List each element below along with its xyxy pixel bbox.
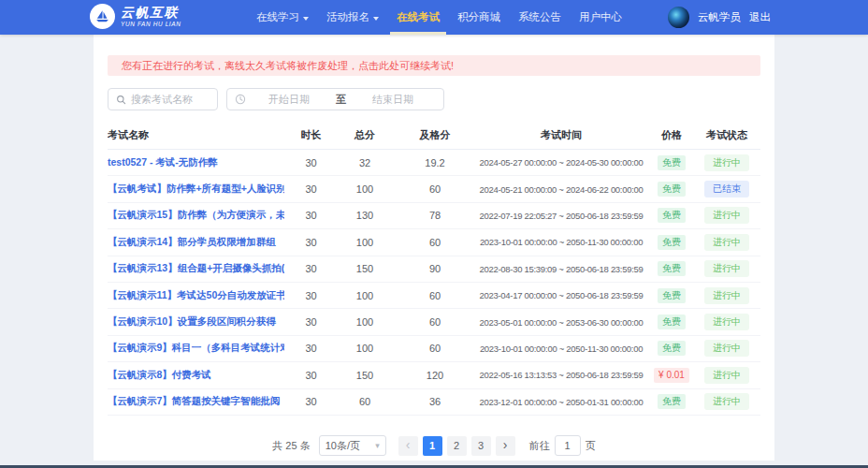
status-badge: 进行中 bbox=[704, 260, 749, 277]
brand-logo[interactable]: 云帆互联 YUN FAN HU LIAN bbox=[90, 4, 181, 29]
exam-total-score: 100 bbox=[332, 290, 398, 301]
nav-item-online-exam[interactable]: 在线考试 bbox=[397, 0, 440, 35]
exam-pass-score: 60 bbox=[398, 183, 472, 195]
user-name[interactable]: 云帆学员 bbox=[698, 10, 741, 24]
chevron-down-icon bbox=[303, 17, 309, 21]
goto-page-input[interactable] bbox=[555, 435, 581, 456]
exam-total-score: 100 bbox=[332, 183, 398, 195]
top-navbar: 云帆互联 YUN FAN HU LIAN 在线学习 活动报名 在线考试 积分商城… bbox=[0, 0, 868, 35]
status-badge: 进行中 bbox=[704, 314, 749, 330]
exam-total-score: 60 bbox=[332, 396, 398, 407]
exam-name-link[interactable]: 【云帆演示13】组合题+开启摄像头抓拍(请... bbox=[108, 262, 284, 275]
status-badge: 进行中 bbox=[704, 234, 749, 251]
exam-table-row: 【云帆演示9】科目一（多科目考试统计对... 30 100 60 2023-10… bbox=[108, 336, 760, 362]
exam-name-link[interactable]: test0527 - 考试-无防作弊 bbox=[108, 156, 284, 169]
goto-label: 前往 bbox=[529, 439, 550, 453]
exam-total-score: 150 bbox=[332, 370, 398, 381]
exam-time-range: 2023-05-01 00:00:00 ~ 2053-06-30 00:00:0… bbox=[472, 317, 650, 328]
exam-name-link[interactable]: 【云帆演示15】防作弊（为方便演示，未开... bbox=[108, 209, 284, 222]
exam-name-link[interactable]: 【云帆演示9】科目一（多科目考试统计对... bbox=[108, 342, 284, 355]
nav-item-points-mall[interactable]: 积分商城 bbox=[457, 0, 500, 35]
price-badge: 免费 bbox=[658, 182, 686, 197]
exam-duration: 30 bbox=[290, 237, 332, 248]
status-badge: 已结束 bbox=[704, 181, 749, 197]
search-input[interactable]: 搜索考试名称 bbox=[108, 88, 218, 110]
prev-page-button[interactable]: ‹ bbox=[398, 436, 418, 456]
exam-table-row: 【云帆演示11】考试达50分自动发放证书+... 30 100 60 2023-… bbox=[108, 283, 760, 309]
exam-name-link[interactable]: 【云帆演示11】考试达50分自动发放证书+... bbox=[108, 289, 284, 302]
nav-item-activity-signup[interactable]: 活动报名 bbox=[326, 0, 379, 35]
nav-item-label: 积分商城 bbox=[457, 10, 500, 24]
exam-duration: 30 bbox=[290, 263, 332, 274]
nav-item-label: 在线考试 bbox=[397, 10, 440, 24]
exam-duration: 30 bbox=[290, 396, 332, 407]
exam-total-score: 100 bbox=[332, 316, 398, 328]
exam-table-row: 【云帆演示14】部分学员权限增加群组 30 100 60 2023-10-01 … bbox=[108, 229, 760, 256]
nav-item-user-center[interactable]: 用户中心 bbox=[579, 0, 622, 35]
price-badge: 免费 bbox=[658, 288, 686, 303]
exam-name-link[interactable]: 【云帆演示7】简答题按关键字智能批阅 bbox=[108, 395, 284, 408]
user-avatar[interactable] bbox=[668, 7, 689, 28]
exam-table: 考试名称 时长 总分 及格分 考试时间 价格 考试状态 test0527 - 考… bbox=[108, 122, 760, 416]
exam-name-link[interactable]: 【云帆演示10】设置多段区间积分获得 bbox=[108, 315, 284, 329]
main-card: 您有正在进行的考试，离线太久考试将被作废处理，点击此处可继续考试! 搜索考试名称… bbox=[94, 35, 774, 461]
exam-pass-score: 90 bbox=[398, 263, 472, 274]
exam-duration: 30 bbox=[290, 343, 332, 354]
exam-time-range: 2024-05-21 00:00:00 ~ 2024-06-22 00:00:0… bbox=[472, 184, 650, 195]
nav-item-system-notice[interactable]: 系统公告 bbox=[518, 0, 561, 35]
col-exam-status: 考试状态 bbox=[693, 128, 760, 142]
exam-time-range: 2023-12-01 00:00:00 ~ 2050-01-31 00:00:0… bbox=[472, 397, 650, 407]
date-range-separator: 至 bbox=[332, 93, 350, 107]
page-button-3[interactable]: 3 bbox=[471, 436, 491, 456]
exam-time-range: 2024-05-27 00:00:00 ~ 2024-05-30 00:00:0… bbox=[472, 157, 650, 168]
end-date-placeholder[interactable]: 结束日期 bbox=[350, 93, 436, 107]
col-price: 价格 bbox=[650, 128, 693, 142]
exam-pass-score: 120 bbox=[398, 370, 472, 381]
exam-table-row: 【云帆考试】防作弊+所有题型+人脸识别进... 30 100 60 2024-0… bbox=[108, 176, 760, 202]
exam-pass-score: 60 bbox=[398, 343, 472, 354]
exam-duration: 30 bbox=[290, 157, 332, 168]
nav-item-label: 在线学习 bbox=[256, 10, 299, 24]
exam-name-link[interactable]: 【云帆演示14】部分学员权限增加群组 bbox=[108, 236, 284, 249]
status-badge: 进行中 bbox=[704, 393, 749, 410]
exam-pass-score: 19.2 bbox=[398, 157, 472, 168]
search-placeholder: 搜索考试名称 bbox=[131, 93, 193, 107]
exam-name-link[interactable]: 【云帆演示8】付费考试 bbox=[108, 369, 284, 382]
nav-menu: 在线学习 活动报名 在线考试 积分商城 系统公告 用户中心 bbox=[256, 0, 622, 35]
nav-user-area: 云帆学员 退出 bbox=[668, 0, 771, 35]
status-badge: 进行中 bbox=[704, 154, 749, 171]
exam-pass-score: 36 bbox=[398, 396, 472, 407]
exam-table-row: 【云帆演示8】付费考试 30 150 120 2022-05-16 13:13:… bbox=[108, 362, 760, 388]
brand-subtitle: YUN FAN HU LIAN bbox=[121, 22, 181, 28]
price-badge: 免费 bbox=[658, 314, 686, 329]
alert-text: 您有正在进行的考试，离线太久考试将被作废处理，点击此处可继续考试! bbox=[122, 59, 454, 73]
logout-link[interactable]: 退出 bbox=[749, 10, 771, 24]
ongoing-exam-alert[interactable]: 您有正在进行的考试，离线太久考试将被作废处理，点击此处可继续考试! bbox=[108, 55, 760, 76]
price-badge: 免费 bbox=[658, 394, 686, 409]
exam-table-header: 考试名称 时长 总分 及格分 考试时间 价格 考试状态 bbox=[108, 122, 760, 150]
exam-table-row: test0527 - 考试-无防作弊 30 32 19.2 2024-05-27… bbox=[108, 150, 760, 176]
page-button-1[interactable]: 1 bbox=[423, 436, 442, 456]
exam-name-link[interactable]: 【云帆考试】防作弊+所有题型+人脸识别进... bbox=[108, 183, 284, 196]
brand-title: 云帆互联 bbox=[121, 6, 181, 19]
next-page-button[interactable]: › bbox=[496, 436, 515, 456]
start-date-placeholder[interactable]: 开始日期 bbox=[246, 93, 332, 107]
exam-duration: 30 bbox=[290, 290, 332, 301]
exam-time-range: 2022-05-16 13:13:53 ~ 2050-06-18 23:59:5… bbox=[472, 370, 650, 380]
page-button-2[interactable]: 2 bbox=[447, 436, 467, 456]
search-icon bbox=[116, 95, 126, 105]
sailboat-logo-icon bbox=[90, 4, 115, 29]
nav-item-online-study[interactable]: 在线学习 bbox=[256, 0, 309, 35]
exam-time-range: 2022-07-19 22:05:27 ~ 2050-06-18 23:59:5… bbox=[472, 211, 650, 221]
nav-item-label: 活动报名 bbox=[326, 10, 369, 24]
exam-table-body: test0527 - 考试-无防作弊 30 32 19.2 2024-05-27… bbox=[108, 150, 760, 416]
page-buttons: ‹ 123 › bbox=[398, 436, 515, 456]
price-badge: 免费 bbox=[658, 341, 686, 356]
date-range-picker[interactable]: 开始日期 至 结束日期 bbox=[226, 88, 444, 110]
exam-time-range: 2022-08-30 15:39:09 ~ 2050-06-18 23:59:5… bbox=[472, 264, 650, 274]
page-number-group: 123 bbox=[423, 436, 491, 456]
page-size-select[interactable]: 10条/页 ▾ bbox=[319, 435, 386, 456]
exam-pass-score: 60 bbox=[398, 237, 472, 248]
exam-table-row: 【云帆演示7】简答题按关键字智能批阅 30 60 36 2023-12-01 0… bbox=[108, 389, 760, 416]
clock-icon bbox=[235, 94, 246, 105]
